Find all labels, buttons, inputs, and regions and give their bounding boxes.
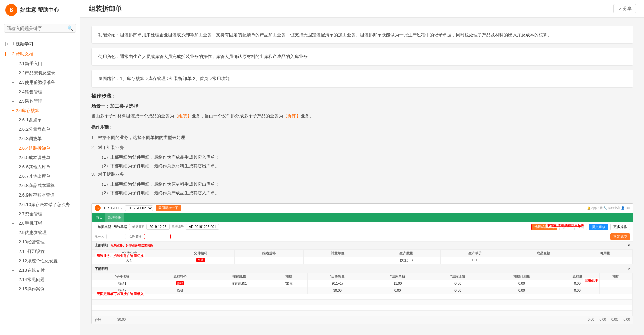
sidebar-item-mobile[interactable]: + 2.8手机旺铺 <box>12 219 80 228</box>
intro-block-2: 使用角色：通常由生产人员或库管人员完成拆装业务的操作，库管人员确认原材料的出库和… <box>91 48 633 65</box>
sidebar-item-customize[interactable]: + 2.12系统个性化设置 <box>12 256 80 266</box>
sidebar-item-dataprep[interactable]: + 2.3使用前数据准备 <box>12 78 80 87</box>
table-row <box>92 305 633 310</box>
search-input-wrap[interactable]: 🔍 <box>4 24 76 33</box>
sidebar-item-transfer[interactable]: 2.6.3调拨单 <box>16 134 80 144</box>
intro-block-3: 页面路径：1、库存核算->库存管理->组装拆卸单 2、首页->常用功能 <box>91 70 633 88</box>
sidebar-item-video[interactable]: + 1.视频学习 <box>0 39 80 49</box>
sidebar-item-faq[interactable]: + 2.14常见问题 <box>12 275 80 284</box>
sidebar-item-cost-recalc[interactable]: 2.6.8商品成本重算 <box>16 181 80 190</box>
nav-section-1: + 1.视频学习 <box>0 39 80 49</box>
sidebar-item-assembly[interactable]: 2.6.4组装拆卸单 <box>16 144 80 153</box>
sidebar-item-install[interactable]: + 2.2产品安装及登录 <box>12 68 80 78</box>
sidebar-label-1: 1.视频学习 <box>12 41 33 47</box>
annotation-toggle: 组装业务、拆卸业务在这里切换 <box>95 253 145 259</box>
table-row: 天长 组装 抄送(+1) 1.00 <box>92 257 633 264</box>
sidebar-item-print[interactable]: + 2.11打印设置 <box>12 247 80 256</box>
app-tab-home[interactable]: 首页 <box>93 213 105 222</box>
step1: 1、根据不同的业务，选择不同单据的类型来处理 <box>91 134 633 142</box>
page-title: 组装拆卸单 <box>89 4 122 13</box>
sidebar-item-purchase[interactable]: + 2.5采购管理 <box>12 97 80 106</box>
search-input[interactable] <box>7 26 67 31</box>
step2-sub2: （2）下部明细为子件明细，最终作为原材料生成其它出库单。 <box>91 162 633 170</box>
app-bottom-bar: 合计 $0.00 0.00 0.00 0.00 0.00 <box>92 316 633 324</box>
app-btn-date[interactable]: 2019-12-26 <box>146 224 169 230</box>
app-top-bar: 6 TEST-H002 TEST-H002 同同新增一下 🔔 App下载 🔧 帮… <box>92 204 633 213</box>
app-nav-tabs: 首页 新增单据 <box>92 213 633 222</box>
share-button[interactable]: ↗ 分享 <box>613 4 636 13</box>
sidebar-item-newcomer[interactable]: + 2.1新手入门 <box>12 59 80 68</box>
expand-icon-23: + <box>12 81 16 85</box>
sidebar-item-inventory-query[interactable]: 2.6.9库存账本查询 <box>16 190 80 200</box>
expand-icon-215: + <box>12 287 16 291</box>
app-logo-sm: 6 <box>95 205 101 211</box>
app-title: TEST-H002 <box>103 206 122 210</box>
app-input-warehouse[interactable] <box>144 234 171 239</box>
app-btn-more[interactable]: 更多操作 <box>610 224 630 230</box>
logo-icon: 6 <box>5 4 17 16</box>
expand-icon-2: − <box>5 52 10 56</box>
expand-icon-25: + <box>12 100 16 104</box>
step3-sub1: （1）上部明细为父件明细，最终作为原材料生成其它出库单； <box>91 180 633 189</box>
scene1-intro: 当由多个子件材料组装成一个成品的业务为【组装】业务，当由一个父件拆分成多个子产品… <box>91 112 633 120</box>
app-lower-table: *子件名称 原材料价 描述规格 期初 *出库数量 *出库单价 *出库金额 期初计… <box>92 273 633 316</box>
step2: 2、对于组装业务 <box>91 144 633 152</box>
sidebar-item-inventory-error[interactable]: 2.6.10库存账本错了怎么办 <box>16 200 80 209</box>
app-btn-submit[interactable]: 提交审核 <box>589 224 608 230</box>
table-row <box>92 299 633 305</box>
expand-icon-26: − <box>12 108 15 113</box>
steps-title: 操作步骤： <box>91 124 633 130</box>
step2-sub1: （1）上部明细为父件明细，最终作为产成品生成其它入库单； <box>91 153 633 162</box>
sidebar-item-inventory[interactable]: − 2.6库存核算 <box>12 106 80 115</box>
app-add-btn[interactable]: 同同新增一下 <box>156 205 181 211</box>
app-btn-confirm[interactable]: 立定成交 <box>610 233 630 240</box>
search-icon[interactable]: 🔍 <box>67 25 73 31</box>
expand-icon-211: + <box>12 250 16 254</box>
sidebar-item-other-in[interactable]: 2.6.6其他入库单 <box>16 162 80 172</box>
sidebar-item-stocktake[interactable]: 2.6.1盘点单 <box>16 115 80 125</box>
app-select[interactable]: TEST-H002 <box>125 205 153 211</box>
share-icon: ↗ <box>618 6 622 11</box>
expand-icon-24: + <box>12 90 16 94</box>
link-disassembly[interactable]: 【拆卸】 <box>283 113 301 118</box>
step3-sub2: （2）下部明细为子件明细，最终作为产成品生成其它入库单。 <box>91 189 633 198</box>
sidebar-item-online-pay[interactable]: + 2.13在线支付 <box>12 266 80 275</box>
expand-icon-21: + <box>12 62 16 66</box>
intro-block-1: 功能介绍：组装拆卸单用来处理企业组装或拆卸等加工业务，支持有固定装配清单的产品加… <box>91 26 633 44</box>
table-row <box>92 294 633 299</box>
app-btn-type[interactable]: 单据类型 组装单据 <box>95 224 130 230</box>
sidebar-item-coupon[interactable]: + 2.9优惠券管理 <box>12 228 80 237</box>
annotation-enable: 启用处理 <box>583 278 599 283</box>
expand-icon-210: + <box>12 240 16 244</box>
app-btn-expand-upper[interactable]: ↗ <box>627 244 630 247</box>
annotation-arrow1 <box>553 223 587 230</box>
sidebar-item-cost-adj[interactable]: 2.6.5成本调整单 <box>16 153 80 162</box>
app-screenshot: 6 TEST-H002 TEST-H002 同同新增一下 🔔 App下载 🔧 帮… <box>92 203 633 324</box>
scene1-title: 场景一：加工类型选择 <box>91 103 633 109</box>
sidebar-item-helpdoc[interactable]: − 2.帮助文档 <box>0 49 80 59</box>
nav-section-2: − 2.帮助文档 + 2.1新手入门 + 2.2产品安装及登录 + 2.3使用前… <box>0 49 80 294</box>
table-row <box>92 310 633 316</box>
screenshot-wrapper: 6 TEST-H002 TEST-H002 同同新增一下 🔔 App下载 🔧 帮… <box>91 203 633 324</box>
link-assembly[interactable]: 【组装】 <box>174 113 192 118</box>
top-bar: 组装拆卸单 ↗ 分享 <box>80 0 644 18</box>
app-lower-section-header: 下部明细 ↗ <box>92 265 633 273</box>
sidebar-item-sales[interactable]: + 2.4销售管理 <box>12 87 80 97</box>
sidebar-item-ops[interactable]: + 2.10经营管理 <box>12 237 80 247</box>
nav-children-2: + 2.1新手入门 + 2.2产品安装及登录 + 2.3使用前数据准备 + 2.… <box>0 59 80 294</box>
sidebar: 6 好生意 帮助中心 🔍 + 1.视频学习 − 2.帮助文档 + 2 <box>0 0 80 335</box>
sidebar-item-portion-stocktake[interactable]: 2.6.2分量盘点单 <box>16 125 80 134</box>
app-upper-section-header: 上部明细 组装业务、拆卸业务在这里切换 ↗ <box>92 242 633 249</box>
nav-sub-children-26: 2.6.1盘点单 2.6.2分量盘点单 2.6.3调拨单 2.6.4组装拆卸单 … <box>12 115 80 209</box>
expand-icon-28: + <box>12 222 16 226</box>
sidebar-item-cases[interactable]: + 2.15操作案例 <box>12 284 80 294</box>
sidebar-item-finance[interactable]: + 2.7资金管理 <box>12 209 80 219</box>
app-tab-new[interactable]: 新增单据 <box>105 213 124 222</box>
expand-icon-22: + <box>12 71 16 75</box>
app-btn-expand-lower[interactable]: ↗ <box>627 267 630 271</box>
table-row: 商品1 原材 描述规格1 *出库 (0.1+1) 11.00 0.00 0.00… <box>92 280 633 287</box>
annotation-direct-entry: 无固定清单可以直接在这里录入 <box>95 291 145 297</box>
sidebar-item-other-out[interactable]: 2.6.7其他出库单 <box>16 172 80 181</box>
app-btn-number[interactable]: AD-20191226-001 <box>186 224 219 230</box>
app-input-handler[interactable] <box>106 234 126 239</box>
